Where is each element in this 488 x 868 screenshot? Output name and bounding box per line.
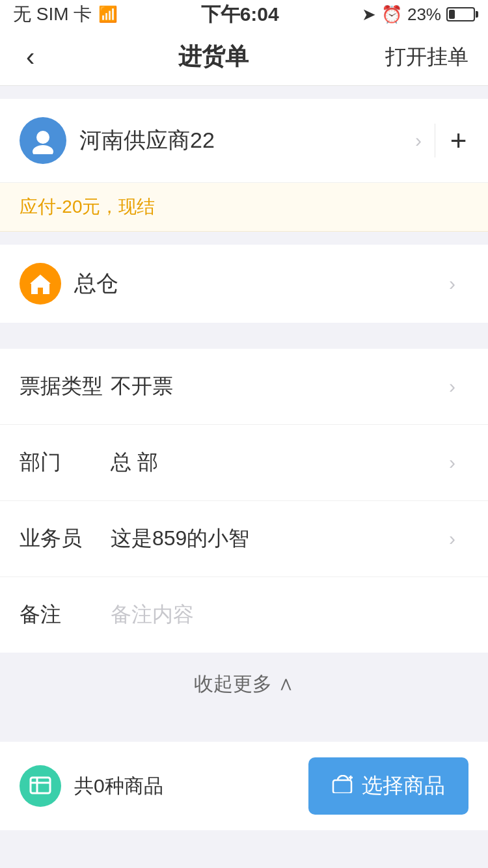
invoice-value: 不开票: [111, 372, 449, 401]
remark-row[interactable]: 备注 备注内容: [0, 577, 488, 653]
status-left: 无 SIM 卡 📶: [13, 2, 118, 27]
supplier-avatar: [20, 117, 66, 164]
svg-point-1: [33, 145, 53, 154]
warehouse-row[interactable]: 总仓 ›: [0, 245, 488, 323]
warehouse-name: 总仓: [74, 269, 449, 299]
warehouse-card: 总仓 ›: [0, 245, 488, 323]
sales-value: 这是859的小智: [111, 524, 449, 553]
supplier-card: 河南供应商22 › + 应付-20元，现结: [0, 99, 488, 232]
svg-rect-3: [31, 778, 50, 793]
location-icon: ➤: [362, 5, 376, 25]
sales-row[interactable]: 业务员 这是859的小智 ›: [0, 501, 488, 577]
cart-icon: [28, 774, 53, 798]
select-goods-icon: [332, 774, 354, 798]
select-goods-label: 选择商品: [362, 772, 445, 800]
alarm-icon: ⏰: [381, 5, 402, 25]
warehouse-chevron-icon: ›: [449, 273, 455, 295]
collapse-button[interactable]: 收起更多 ∧: [0, 653, 488, 716]
house-icon: [29, 272, 52, 295]
select-goods-button[interactable]: 选择商品: [308, 757, 468, 815]
section-gap-4: [0, 716, 488, 729]
status-right: ➤ ⏰ 23%: [362, 5, 475, 25]
dept-label: 部门: [20, 448, 111, 477]
sales-label: 业务员: [20, 524, 111, 553]
status-time: 下午6:04: [201, 1, 279, 28]
warehouse-icon: [20, 263, 61, 305]
section-gap-3: [0, 323, 488, 336]
svg-point-0: [36, 131, 49, 144]
product-count-icon: [20, 765, 61, 807]
status-bar: 无 SIM 卡 📶 下午6:04 ➤ ⏰ 23%: [0, 0, 488, 29]
form-section: 票据类型 不开票 › 部门 总 部 › 业务员 这是859的小智 › 备注 备注…: [0, 349, 488, 653]
supplier-notice: 应付-20元，现结: [0, 183, 488, 232]
svg-rect-6: [333, 780, 351, 793]
invoice-chevron-icon: ›: [449, 375, 455, 398]
bottom-bar: 共0种商品 选择商品: [0, 742, 488, 830]
remark-label: 备注: [20, 601, 111, 629]
page-title: 进货单: [178, 41, 249, 73]
section-gap-1: [0, 86, 488, 99]
add-supplier-button[interactable]: +: [435, 124, 468, 157]
nav-bar: ‹ 进货单 打开挂单: [0, 29, 488, 86]
supplier-chevron-icon: ›: [415, 129, 422, 152]
svg-marker-2: [30, 275, 51, 294]
remark-input[interactable]: 备注内容: [111, 601, 468, 629]
battery-percent: 23%: [407, 5, 441, 25]
carrier-text: 无 SIM 卡: [13, 2, 92, 27]
avatar-icon: [29, 127, 57, 154]
product-count-text: 共0种商品: [74, 773, 308, 800]
section-gap-2: [0, 232, 488, 245]
sales-chevron-icon: ›: [449, 528, 455, 550]
battery-icon: [446, 7, 475, 21]
shopping-bag-icon: [332, 775, 354, 793]
invoice-row[interactable]: 票据类型 不开票 ›: [0, 349, 488, 425]
supplier-name: 河南供应商22: [79, 126, 415, 156]
dept-chevron-icon: ›: [449, 452, 455, 474]
dept-row[interactable]: 部门 总 部 ›: [0, 425, 488, 501]
wifi-icon: 📶: [98, 5, 118, 23]
back-button[interactable]: ‹: [20, 36, 41, 78]
invoice-label: 票据类型: [20, 372, 111, 401]
open-pending-button[interactable]: 打开挂单: [385, 43, 468, 72]
dept-value: 总 部: [111, 448, 449, 477]
supplier-row[interactable]: 河南供应商22 › +: [0, 99, 488, 183]
